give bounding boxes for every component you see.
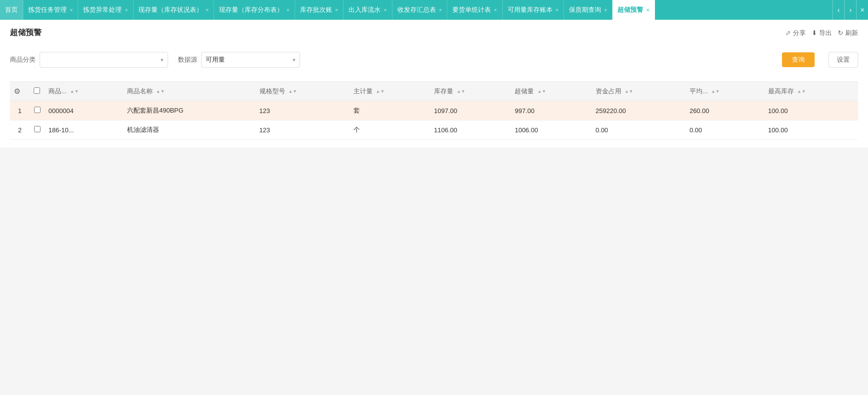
close-collect-summary-icon[interactable]: ×	[439, 7, 442, 13]
row-select-checkbox-0[interactable]	[34, 107, 41, 113]
cell-stock-1: 1106.00	[430, 120, 511, 140]
datasource-dropdown-arrow-icon: ▾	[293, 57, 296, 63]
select-all-checkbox[interactable]	[34, 87, 40, 94]
category-label: 商品分类	[10, 55, 36, 64]
nav-tab-abnormal-label: 拣货异常处理	[83, 5, 122, 14]
filter-bar: 商品分类 ▾ 数据源 可用量 ▾ 查询 设置	[10, 46, 858, 74]
close-stock-dist-icon[interactable]: ×	[286, 7, 289, 13]
close-available-ledger-icon[interactable]: ×	[556, 7, 559, 13]
nav-tab-abnormal[interactable]: 拣货异常处理 ×	[78, 0, 133, 20]
data-table: ⚙ 商品... ▲▼ 商品名称 ▲▼ 规格型号 ▲▼	[10, 81, 858, 140]
page-title: 超储预警	[10, 28, 42, 38]
col-overstock[interactable]: 超储量 ▲▼	[511, 82, 591, 101]
nav-tab-in-out-flow[interactable]: 出入库流水 ×	[344, 0, 392, 20]
nav-tab-quality-check-label: 保质期查询	[569, 5, 601, 14]
table-row: 2 186-10... 机油滤清器 123 个 1106.00 1006.00 …	[10, 120, 858, 140]
column-settings-icon[interactable]: ⚙	[14, 87, 20, 95]
col-product-name[interactable]: 商品名称 ▲▼	[123, 82, 256, 101]
col-avg-label: 平均...	[690, 87, 708, 95]
close-in-out-flow-icon[interactable]: ×	[384, 7, 387, 13]
cell-capital-occ-0: 259220.00	[592, 101, 686, 120]
datasource-label: 数据源	[178, 55, 197, 64]
share-button[interactable]: ⬀ 分享	[785, 29, 806, 38]
nav-tab-order-stats[interactable]: 要货单统计表 ×	[447, 0, 502, 20]
nav-tab-collect-summary[interactable]: 收发存汇总表 ×	[392, 0, 447, 20]
refresh-button[interactable]: ↻ 刷新	[838, 29, 858, 38]
datasource-select-value: 可用量	[206, 55, 225, 64]
col-spec[interactable]: 规格型号 ▲▼	[256, 82, 349, 101]
nav-tab-collect-summary-label: 收发存汇总表	[397, 5, 436, 14]
col-max-stock-label: 最高库存	[768, 87, 794, 95]
close-abnormal-icon[interactable]: ×	[125, 7, 128, 13]
col-avg[interactable]: 平均... ▲▼	[686, 82, 764, 101]
nav-tab-stock-status[interactable]: 现存量（库存状况表） ×	[133, 0, 214, 20]
col-settings: ⚙	[10, 82, 30, 101]
nav-tab-order-stats-label: 要货单统计表	[452, 5, 491, 14]
nav-tab-overstock-warning[interactable]: 超储预警 ×	[612, 0, 654, 20]
nav-tab-batch-ledger-label: 库存批次账	[300, 5, 332, 14]
nav-tab-home[interactable]: 首页	[0, 0, 23, 20]
cell-spec-1: 123	[256, 120, 349, 140]
row-checkbox-1[interactable]	[30, 120, 44, 140]
table-row: 1 0000004 六配套新昌490BPG 123 套 1097.00 997.…	[10, 101, 858, 120]
nav-tab-available-ledger-label: 可用量库存账本	[508, 5, 553, 14]
close-overstock-warning-icon[interactable]: ×	[646, 7, 649, 13]
cell-avg-0: 260.00	[686, 101, 764, 120]
category-dropdown-arrow-icon: ▾	[161, 57, 164, 63]
nav-tab-available-ledger[interactable]: 可用量库存账本 ×	[503, 0, 564, 20]
datasource-select[interactable]: 可用量 ▾	[201, 52, 300, 68]
category-select[interactable]: ▾	[40, 52, 168, 68]
close-order-stats-icon[interactable]: ×	[494, 7, 497, 13]
cell-spec-0: 123	[256, 101, 349, 120]
close-task-mgmt-icon[interactable]: ×	[70, 7, 73, 13]
close-batch-ledger-icon[interactable]: ×	[335, 7, 338, 13]
col-unit[interactable]: 主计量 ▲▼	[349, 82, 430, 101]
nav-tab-task-mgmt-label: 拣货任务管理	[28, 5, 67, 14]
nav-tab-batch-ledger[interactable]: 库存批次账 ×	[295, 0, 344, 20]
col-product-name-label: 商品名称	[127, 87, 153, 95]
row-select-checkbox-1[interactable]	[34, 126, 41, 132]
col-product-code[interactable]: 商品... ▲▼	[44, 82, 123, 101]
refresh-icon: ↻	[838, 29, 843, 37]
sort-product-code-icon: ▲▼	[70, 89, 79, 94]
datasource-filter: 数据源 可用量 ▾	[178, 52, 300, 68]
cell-product-name-1: 机油滤清器	[123, 120, 256, 140]
nav-arrow-right-button[interactable]: ›	[844, 0, 856, 20]
export-button[interactable]: ⬇ 导出	[812, 29, 832, 38]
settings-button[interactable]: 设置	[828, 52, 858, 68]
col-max-stock[interactable]: 最高库存 ▲▼	[764, 82, 858, 101]
nav-tab-quality-check[interactable]: 保质期查询 ×	[564, 0, 612, 20]
sort-max-stock-icon: ▲▼	[797, 89, 806, 94]
close-quality-check-icon[interactable]: ×	[604, 7, 607, 13]
nav-arrow-left-button[interactable]: ‹	[832, 0, 844, 20]
cell-avg-1: 0.00	[686, 120, 764, 140]
col-overstock-label: 超储量	[515, 87, 534, 95]
close-stock-status-icon[interactable]: ×	[206, 7, 209, 13]
sort-overstock-icon: ▲▼	[537, 89, 546, 94]
sort-spec-icon: ▲▼	[288, 89, 297, 94]
col-stock-label: 库存量	[434, 87, 453, 95]
sort-capital-occ-icon: ▲▼	[624, 89, 633, 94]
sort-avg-icon: ▲▼	[711, 89, 720, 94]
row-num-0: 1	[10, 101, 30, 120]
sort-product-name-icon: ▲▼	[156, 89, 165, 94]
nav-close-button[interactable]: ×	[856, 0, 868, 20]
refresh-label: 刷新	[845, 29, 858, 38]
row-checkbox-0[interactable]	[30, 101, 44, 120]
export-label: 导出	[819, 29, 832, 38]
sort-unit-icon: ▲▼	[376, 89, 385, 94]
nav-tab-stock-dist[interactable]: 现存量（库存分布表） ×	[214, 0, 295, 20]
cell-product-code-0: 0000004	[44, 101, 123, 120]
nav-tab-task-mgmt[interactable]: 拣货任务管理 ×	[23, 0, 78, 20]
col-checkbox-header	[30, 82, 44, 101]
table-header-row: ⚙ 商品... ▲▼ 商品名称 ▲▼ 规格型号 ▲▼	[10, 82, 858, 101]
top-navigation: 首页 拣货任务管理 × 拣货异常处理 × 现存量（库存状况表） × 现存量（库存…	[0, 0, 868, 20]
col-capital-occ[interactable]: 资金占用 ▲▼	[592, 82, 686, 101]
col-capital-occ-label: 资金占用	[596, 87, 621, 95]
query-button[interactable]: 查询	[782, 52, 815, 67]
cell-capital-occ-1: 0.00	[592, 120, 686, 140]
share-icon: ⬀	[785, 29, 791, 37]
col-stock[interactable]: 库存量 ▲▼	[430, 82, 511, 101]
export-icon: ⬇	[812, 29, 817, 37]
cell-overstock-0: 997.00	[511, 101, 591, 120]
